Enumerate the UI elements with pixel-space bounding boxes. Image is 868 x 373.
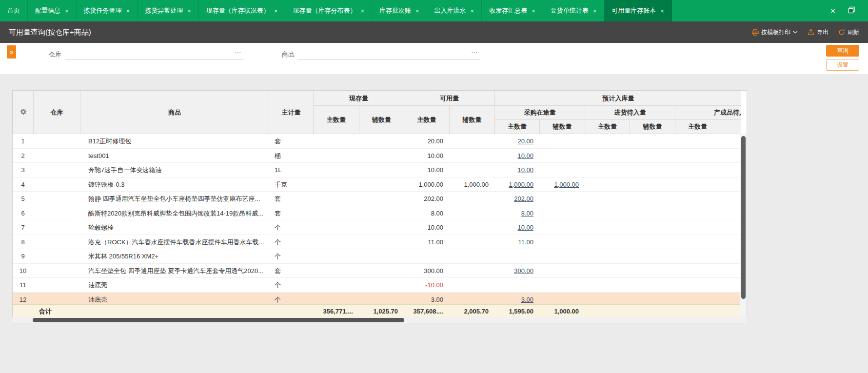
cell-unit: 个 (269, 278, 313, 292)
table-row[interactable]: 6 酷斯特2020款别克昂科威脚垫全包围内饰改装14-19款昂科威... 套 8… (13, 206, 741, 221)
header-warehouse[interactable]: 仓库 (34, 91, 80, 134)
restore-window-icon[interactable] (848, 6, 855, 15)
cell-incoming-aux (630, 235, 675, 249)
cell-available-aux (449, 293, 494, 305)
table-row[interactable]: 3 奔驰7速手自一体变速箱油 1L 10.00 10.00 (13, 163, 741, 177)
cell-purchase-transit-main[interactable]: 10.00 (494, 149, 539, 163)
cell-finished-main (675, 235, 720, 249)
cell-available-main: 10.00 (404, 220, 449, 235)
vertical-scrollbar-thumb[interactable] (741, 136, 746, 299)
cell-purchase-transit-main[interactable]: 202.00 (494, 192, 539, 206)
cell-purchase-transit-main[interactable]: 10.00 (494, 163, 539, 177)
settings-button[interactable]: 设置 (826, 59, 859, 71)
table-row[interactable]: 4 镀锌铁板-0.3 千克 1,000.00 1,000.00 1,000.00… (13, 177, 741, 192)
tab-close-icon[interactable]: × (593, 8, 597, 14)
tab-close-icon[interactable]: × (65, 8, 69, 14)
cell-warehouse (33, 220, 80, 235)
refresh-button[interactable]: 刷新 (838, 28, 859, 37)
tab-close-icon[interactable]: × (660, 8, 664, 14)
warehouse-picker-icon[interactable]: ⋯ (233, 48, 244, 56)
header-current-aux-qty[interactable]: 辅数量 (359, 106, 404, 134)
table-row[interactable]: 9 米其林 205/55R16 XM2+ 个 (13, 249, 741, 264)
vertical-scrollbar[interactable] (740, 134, 747, 317)
cell-current-main (313, 149, 359, 163)
total-purchase-transit-aux: 1,000.00 (539, 305, 585, 317)
tab[interactable]: 拣货任务管理 × (77, 0, 138, 21)
horizontal-scrollbar[interactable] (12, 317, 747, 323)
tab-close-icon[interactable]: × (532, 8, 535, 14)
cell-warehouse (33, 249, 80, 263)
header-available-aux-qty[interactable]: 辅数量 (450, 106, 495, 134)
tab-close-icon[interactable]: × (274, 8, 278, 14)
cell-purchase-transit-main[interactable]: 3.00 (494, 293, 539, 305)
table-row[interactable]: 8 洛克（ROCK）汽车香水座摆件车载香水座摆件车用香水车载... 个 11.0… (13, 235, 741, 250)
tab[interactable]: 要货单统计表 × (543, 0, 605, 21)
tab-close-icon[interactable]: × (360, 8, 364, 14)
tabbar-right-actions: × (818, 0, 868, 21)
header-incoming-main-qty[interactable]: 主数量 (585, 120, 630, 134)
tab-close-icon[interactable]: × (126, 8, 130, 14)
cell-available-aux (449, 149, 494, 163)
cell-warehouse (33, 163, 80, 177)
tab[interactable]: 现存量（库存分布表） × (285, 0, 372, 21)
tab[interactable]: 出入库流水 × (427, 0, 482, 21)
header-finished-main-qty[interactable]: 主数量 (675, 120, 720, 134)
product-input[interactable] (298, 46, 469, 59)
table-row[interactable]: 10 汽车坐垫全包 四季通用座垫 夏季卡通汽车座套专用透气2020... 套 3… (13, 264, 741, 278)
cell-finished-main (675, 249, 720, 263)
header-current-main-qty[interactable]: 主数量 (314, 106, 359, 134)
close-all-tabs-icon[interactable]: × (830, 7, 835, 15)
cell-purchase-transit-main[interactable]: 11.00 (494, 235, 539, 249)
print-by-template-button[interactable]: 按模板打印 (752, 28, 798, 37)
cell-purchase-transit-main[interactable]: 10.00 (494, 220, 539, 235)
cell-row-number: 7 (13, 220, 33, 235)
header-incoming-aux-qty[interactable]: 辅数量 (630, 120, 675, 134)
table-row[interactable]: 12 油底壳 个 3.00 3.00 (13, 293, 741, 305)
collapse-filter-button[interactable]: » (7, 45, 16, 59)
cell-incoming-aux (630, 278, 675, 292)
cell-incoming-main (585, 249, 630, 263)
chevron-down-icon[interactable] (793, 31, 798, 34)
cell-purchase-transit-main[interactable]: 8.00 (494, 206, 539, 220)
cell-product: 油底壳 (80, 293, 269, 305)
header-finished-aux-qty[interactable]: 辅数量 (720, 120, 741, 134)
header-available-main-qty[interactable]: 主数量 (404, 106, 450, 134)
cell-available-aux (449, 235, 494, 249)
table-row[interactable]: 5 翰静 四季通用汽车坐垫全包小车座椅垫四季垫仿亚麻布艺座... 套 202.0… (13, 192, 741, 206)
cell-product: 镀锌铁板-0.3 (80, 177, 269, 192)
cell-purchase-transit-main[interactable]: 20.00 (494, 134, 539, 148)
cell-row-number: 3 (13, 163, 33, 177)
table-row[interactable]: 1 B12正时修理包 套 20.00 20.00 (13, 134, 741, 149)
tab[interactable]: 配置信息 × (28, 0, 77, 21)
header-unit[interactable]: 主计量 (269, 91, 314, 134)
tab-close-icon[interactable]: × (187, 8, 191, 14)
cell-purchase-transit-main[interactable]: 300.00 (494, 264, 539, 278)
cell-finished-main (675, 206, 720, 220)
header-product[interactable]: 商品 (80, 91, 269, 134)
cell-available-main: 202.00 (404, 192, 449, 206)
tab[interactable]: 现存量（库存状况表） × (199, 0, 286, 21)
tab[interactable]: 拣货异常处理 × (138, 0, 199, 21)
table-row[interactable]: 11 油底壳 个 -10.00 (13, 278, 741, 293)
table-row[interactable]: 7 轮毂螺栓 个 10.00 10.00 (13, 220, 741, 235)
cell-current-aux (359, 177, 404, 192)
tab[interactable]: 库存批次账 × (372, 0, 427, 21)
cell-incoming-aux (630, 264, 675, 278)
tab[interactable]: 收发存汇总表 × (482, 0, 543, 21)
tab-close-icon[interactable]: × (471, 8, 474, 14)
cell-purchase-transit-main[interactable]: 1,000.00 (494, 177, 539, 192)
warehouse-input[interactable] (65, 46, 233, 59)
tab-close-icon[interactable]: × (415, 8, 419, 14)
header-purchase-transit-main-qty[interactable]: 主数量 (495, 120, 540, 134)
tab[interactable]: 首页 (0, 0, 28, 21)
query-button[interactable]: 查询 (826, 45, 859, 57)
product-picker-icon[interactable]: ⋯ (469, 48, 480, 56)
export-icon (808, 29, 814, 36)
column-settings-button[interactable] (13, 91, 34, 134)
tab[interactable]: 可用量库存账本 × (604, 0, 672, 21)
cell-purchase-transit-aux[interactable]: 1,000.00 (539, 177, 585, 192)
table-row[interactable]: 2 test001 桶 10.00 10.00 (13, 149, 741, 163)
export-button[interactable]: 导出 (808, 28, 829, 37)
header-purchase-transit-aux-qty[interactable]: 辅数量 (540, 120, 585, 134)
horizontal-scrollbar-thumb[interactable] (33, 318, 404, 322)
